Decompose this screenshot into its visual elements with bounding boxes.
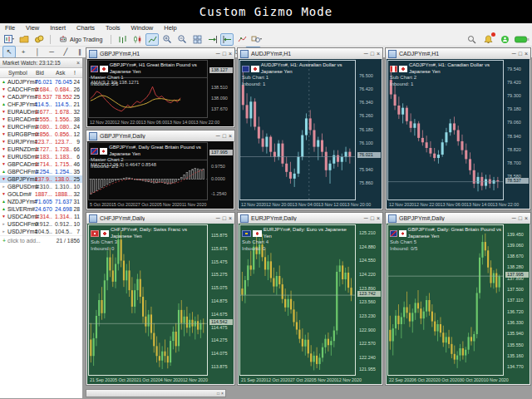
chart-window-eurjpy-daily[interactable]: EURJPYm#,Daily ─□× EURJPYm#, Daily: Euro… [237,212,383,386]
add-symbol-label[interactable]: click to add... [7,238,41,244]
market-watch-row[interactable]: ▸USDCHFm#0.912..0.912..10 [0,220,82,228]
close-button[interactable]: × [221,391,224,396]
minimize-button[interactable]: ─ [216,132,220,140]
chart-canvas[interactable]: GBPJPYm#, H1 Great Britain Pound vs Japa… [87,59,234,126]
market-watch-row[interactable]: ▼EURCHFm#1.080..1.080..24 [0,123,82,131]
vertical-line-tool-button[interactable]: │ [31,46,44,58]
chart-window-gbpjpy-daily[interactable]: GBPJPYm#,Daily ─□× GBPJPYm#, Daily: Grea… [385,212,531,386]
price-scale[interactable]: 139.450139.060138.670138.280137.890137.5… [505,224,530,376]
window-titlebar[interactable]: CHFJPYm#,Daily ─□× [86,213,234,224]
market-watch-row[interactable]: ▼GOLDm#1887...1888...32 [0,190,82,198]
time-axis[interactable]: 21 Sep 20205 Oct 202021 Oct 20204 Nov 20… [88,377,208,383]
maximize-button[interactable]: □ [223,214,226,222]
market-watch-row[interactable]: ▼EURAUDm#1.677..1.678..32 [0,108,82,116]
window-titlebar[interactable]: GBPJPYm#,H1 ─□× [86,48,234,60]
minimize-button[interactable]: ─ [216,50,220,57]
price-scale[interactable]: 138.510138.090137.670138.127 [209,60,234,118]
window-titlebar[interactable]: GBPJPYm#,Daily ─□× [386,213,530,224]
minimize-button[interactable]: ─ [512,50,516,57]
market-watch-row[interactable]: ▼EURNZDm#1.727..1.728..66 [0,145,82,153]
market-watch-row[interactable]: ▲AUDJPYm#76.02176.04524 [0,78,82,86]
market-watch-row[interactable]: ▼CADCHFm#0.684..0.684..26 [0,86,82,93]
market-watch-row[interactable]: ▼CADJPYm#78.53778.55225 [0,93,82,101]
market-watch-row[interactable]: ▲GBPCHFm#1.254..1.254..35 [0,168,82,175]
equidistant-channel-tool-button[interactable]: ∥ [73,46,86,58]
chart-shift-button[interactable] [205,33,219,46]
time-axis[interactable]: 12 Nov 202012 Nov 20:0013 Nov 04:0013 No… [239,201,356,208]
market-watch-row[interactable]: ▼GBPCADm#1.714..1.715..46 [0,160,82,168]
add-symbol-icon[interactable]: + [2,238,6,244]
market-watch-row[interactable]: ▲NZDJPYm#71.60571.63731 [0,198,82,205]
objects-dropdown-button[interactable] [250,33,264,46]
menu-charts[interactable]: Charts [76,24,95,32]
minimize-button[interactable]: ─ [364,50,368,57]
crosshair-tool-button[interactable]: + [17,46,30,58]
column-bid[interactable]: Bid [35,70,55,76]
window-titlebar[interactable]: GBPJPYm#,Daily ─□× [86,131,234,142]
line-chart-button[interactable] [145,33,159,46]
time-axis[interactable]: 21 Sep 202012 Oct 202027 Oct 20205 Nov 2… [239,377,356,383]
market-watch-row[interactable]: ▸USDJPYm#104.5..104.5..7 [0,228,82,235]
restore-button[interactable]: □ [217,391,219,396]
price-scale[interactable]: 115.875115.675115.475115.275115.075114.8… [209,224,234,376]
market-watch-row[interactable]: ▼EURUSDm#1.183..1.183..6 [0,153,82,160]
time-axis[interactable]: 5 Oct 202015 Oct 202027 Oct 20205 Nov 20… [88,201,208,208]
close-button[interactable]: × [229,50,232,57]
market-watch-row[interactable]: ▲CHFJPYm#114.5..114.5..21 [0,101,82,108]
column-ask[interactable]: Ask [55,70,73,76]
chart-canvas[interactable]: CHFJPYm#, Daily: Swiss Franc vs Japanese… [87,224,234,384]
candlestick-chart-button[interactable] [131,33,144,46]
close-button[interactable]: × [525,214,528,222]
market-watch-row[interactable]: ▼EURJPYm#123.7..123.7..9 [0,138,82,145]
zoom-out-button[interactable] [175,33,189,46]
close-button[interactable]: × [377,214,380,222]
chart-window-cadjpy-h1[interactable]: CADJPYm#,H1 ─□× CADJPYm#, H1: Canadian D… [385,47,531,210]
window-titlebar[interactable]: EURJPYm#,Daily ─□× [238,213,382,224]
market-watch-column-headers[interactable]: Symbol Bid Ask ! [0,68,82,78]
market-watch-row[interactable]: ▲SILVERm#24.67024.69828 [0,205,82,213]
trendline-tool-button[interactable]: ╱ [59,46,72,58]
auto-scroll-button[interactable] [220,33,234,46]
maximize-button[interactable]: □ [519,50,522,57]
maximize-button[interactable]: □ [519,214,522,222]
minimize-button[interactable]: ─ [216,214,220,222]
market-watch-row[interactable]: ▼EURCADm#1.555..1.556..38 [0,116,82,123]
chart-canvas[interactable]: AUDJPYm#, H1: Australian Dollar vs Japan… [239,59,382,209]
indicators-button[interactable] [235,33,249,46]
minimize-button[interactable]: ─ [364,214,368,222]
window-titlebar[interactable]: CADJPYm#,H1 ─□× [386,48,530,60]
maximize-button[interactable]: □ [371,214,374,222]
chart-window-gbpjpy-h1[interactable]: GBPJPYm#,H1 ─□× GBPJPYm#, H1 Great Brita… [86,47,235,128]
time-axis[interactable]: 12 Nov 202012 Nov 22:0013 Nov 06:0013 No… [88,119,208,126]
zoom-in-button[interactable] [160,33,174,46]
tile-windows-button[interactable] [190,33,204,46]
chart-window-audjpy-h1[interactable]: AUDJPYm#,H1 ─□× AUDJPYm#, H1: Australian… [237,47,383,210]
chart-canvas[interactable]: GBPJPYm#, Daily Great Britain Pound vs J… [87,141,234,209]
community-icon[interactable] [498,33,511,46]
column-symbol[interactable]: Symbol [7,70,35,76]
bar-chart-button[interactable] [116,33,129,46]
maximize-button[interactable]: □ [223,132,226,140]
maximize-button[interactable]: □ [371,50,374,57]
time-axis[interactable]: 12 Nov 202012 Nov 22:0013 Nov 06:0013 No… [387,201,504,208]
close-button[interactable]: × [229,214,232,222]
menu-file[interactable]: File [5,24,15,32]
profiles-button[interactable] [17,33,31,46]
close-button[interactable]: × [525,50,528,57]
chart-window-chfjpy-daily[interactable]: CHFJPYm#,Daily ─□× CHFJPYm#, Daily: Swis… [86,212,235,386]
market-watch-row[interactable]: ▼EURGBPm#0.856..0.856..12 [0,131,82,138]
price-scale[interactable]: 0.97500.0000-1.2540137.995 [209,142,234,200]
menu-window[interactable]: Window [131,24,154,32]
minimize-button[interactable]: ─ [512,214,516,222]
price-scale[interactable]: 76.50076.42076.34076.26076.18076.10076.0… [357,60,382,200]
market-watch-row[interactable]: ▼GBPJPYm#137.9..138.0..25 [0,175,82,183]
close-button[interactable]: × [377,50,380,57]
menu-tools[interactable]: Tools [106,24,121,32]
chart-window-gbpjpy-daily-macd[interactable]: GBPJPYm#,Daily ─□× GBPJPYm#, Daily Great… [86,130,235,210]
minimized-window-bar[interactable]: □× [86,389,226,397]
maximize-button[interactable]: □ [223,50,226,57]
menu-help[interactable]: Help [164,24,176,32]
algo-trading-button[interactable]: Algo Trading [55,33,106,46]
price-scale[interactable]: 125.210124.880124.550124.220123.890123.5… [357,224,382,376]
search-icon[interactable] [465,33,478,46]
